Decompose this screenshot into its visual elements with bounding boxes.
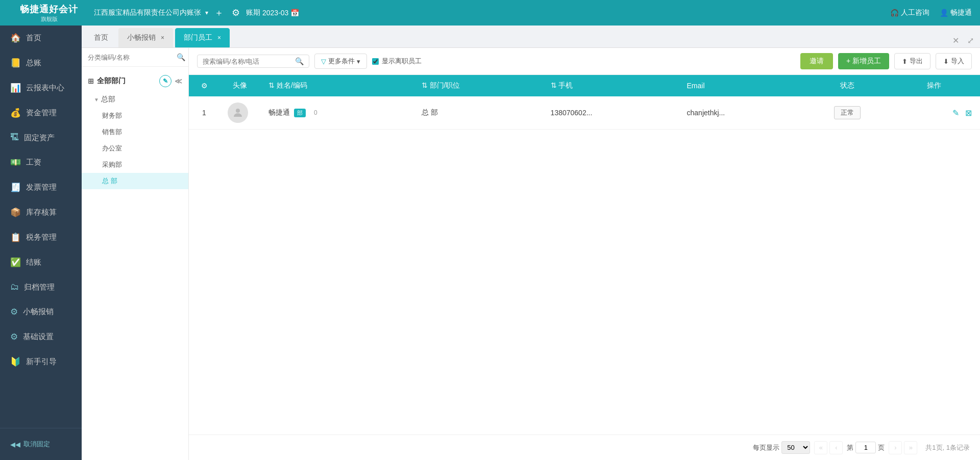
col-email: Email [679,75,806,96]
logout-button[interactable]: ⊠ [965,108,972,118]
prev-page-button[interactable]: ‹ [829,441,843,454]
sidebar-item-inventory[interactable]: 📦 库存核算 [0,200,82,225]
sidebar-item-home[interactable]: 🏠 首页 [0,25,82,50]
dept-general[interactable]: 总 部 [82,173,188,189]
employee-search-icon[interactable]: 🔍 [295,57,304,65]
add-button[interactable]: ＋ [214,7,224,19]
period-value[interactable]: 2023-03 [262,9,288,17]
show-resigned-label[interactable]: 显示离职员工 [382,57,422,66]
import-button[interactable]: ⬇ 导入 [936,53,972,69]
export-button[interactable]: ⬆ 导出 [894,53,930,69]
show-resigned-checkbox[interactable] [372,58,379,65]
svg-point-0 [236,109,240,113]
pagination: 每页显示 10 20 50 100 « ‹ 第 [189,435,980,460]
toolbar-right: 邀请 + 新增员工 ⬆ 导出 ⬇ 导入 [800,53,972,69]
filter-button[interactable]: ▽ 更多条件 ▾ [314,54,367,69]
logo-area: 畅捷通好会计 旗舰版 [8,3,90,23]
row-name-cell: 畅捷通 部 0 [260,96,413,130]
sidebar-item-guide[interactable]: 🔰 新手引导 [0,349,82,374]
dept-office[interactable]: 办公室 [82,140,188,157]
dept-finance[interactable]: 财务部 [82,108,188,124]
sidebar-label-closing: 结账 [26,258,41,267]
dept-hq[interactable]: ▼ 总部 [82,91,188,108]
pin-button[interactable]: ◀◀ 取消固定 [0,435,82,454]
sidebar-item-expenses[interactable]: ⚙ 小畅报销 [0,299,82,324]
table-row: 1 [189,96,980,130]
sidebar-item-ledger[interactable]: 📒 总账 [0,50,82,75]
calendar-icon[interactable]: 📅 [290,9,299,17]
edit-button[interactable]: ✎ [952,108,959,118]
tab-expenses[interactable]: 小畅报销 × [118,28,173,47]
col-settings[interactable]: ⚙ [189,75,219,96]
employee-search-input[interactable] [203,58,292,65]
dept-tree: ⊞ 全部部门 ✎ ≪ ▼ 总部 财务部 销 [82,67,188,460]
dept-root[interactable]: ⊞ 全部部门 ✎ ≪ [82,71,188,91]
show-resigned-area: 显示离职员工 [372,57,422,66]
sidebar-item-invoices[interactable]: 🧾 发票管理 [0,175,82,200]
add-employee-button[interactable]: + 新增员工 [838,53,889,69]
sidebar-item-settings[interactable]: ⚙ 基础设置 [0,324,82,349]
sidebar-bottom: ◀◀ 取消固定 [0,428,82,460]
first-page-button[interactable]: « [814,441,827,454]
dept-hq-label: 总部 [101,95,115,104]
tab-home[interactable]: 首页 [86,28,116,47]
table-container: ⚙ 头像 ⇅ 姓名/编码 ⇅ 部门/职位 ⇅ 手机 Email 状态 操作 [189,75,980,435]
sidebar-label-ledger: 总账 [26,58,41,68]
headset-icon: 🎧 [890,9,899,17]
dept-root-label: 全部部门 [97,76,126,86]
col-phone[interactable]: ⇅ 手机 [543,75,679,96]
dept-edit-icon[interactable]: ✎ [159,75,172,87]
import-icon: ⬇ [943,58,949,65]
search-box: 🔍 [197,55,309,68]
dept-search-input[interactable] [88,54,174,61]
period-label: 账期 [246,8,260,17]
col-dept[interactable]: ⇅ 部门/职位 [413,75,543,96]
table-header-row: ⚙ 头像 ⇅ 姓名/编码 ⇅ 部门/职位 ⇅ 手机 Email 状态 操作 [189,75,980,96]
sidebar-item-assets-mgmt[interactable]: 💰 资金管理 [0,100,82,125]
sidebar-item-closing[interactable]: ✅ 结账 [0,250,82,275]
support-btn[interactable]: 🎧 人工咨询 [890,8,929,17]
sidebar-label-settings: 基础设置 [23,332,54,342]
content-area: 首页 小畅报销 × 部门员工 × ✕ ⤢ 🔍 [82,25,980,460]
header-right: 🎧 人工咨询 👤 畅捷通 [890,8,972,17]
row-actions-cell: ✎ ⊠ [888,96,980,130]
dept-collapse-icon[interactable]: ≪ [175,77,182,85]
invite-button[interactable]: 邀请 [800,53,833,69]
tab-expand-icon[interactable]: ⤢ [965,34,976,47]
user-name: 畅捷通 [950,8,972,17]
sidebar-item-reports[interactable]: 📊 云报表中心 [0,75,82,100]
user-avatar-icon: 👤 [940,9,948,17]
dept-purchase[interactable]: 采购部 [82,157,188,173]
tab-employees[interactable]: 部门员工 × [175,28,230,47]
export-label: 导出 [910,57,923,66]
app-subtitle: 旗舰版 [41,15,58,23]
page-size-select[interactable]: 10 20 50 100 [781,441,810,454]
guide-icon: 🔰 [10,356,21,367]
dept-general-label: 总 部 [102,177,117,185]
dept-search-icon[interactable]: 🔍 [177,53,185,61]
company-selector[interactable]: 江西服宝精品有限责任公司内账张 ▾ [94,8,208,17]
tab-close-all-icon[interactable]: ✕ [950,34,961,47]
employee-table: ⚙ 头像 ⇅ 姓名/编码 ⇅ 部门/职位 ⇅ 手机 Email 状态 操作 [189,75,980,130]
tab-expenses-close[interactable]: × [161,34,164,41]
invoices-icon: 🧾 [10,182,21,193]
right-panel: 🔍 ▽ 更多条件 ▾ 显示离职员工 邀请 + 新增员工 [189,48,980,460]
page-input[interactable] [855,442,876,453]
period-area: 账期 2023-03 📅 [246,8,299,17]
row-name: 畅捷通 [268,108,290,117]
dept-sales[interactable]: 销售部 [82,124,188,140]
last-page-button[interactable]: » [904,441,917,454]
col-name[interactable]: ⇅ 姓名/编码 [260,75,413,96]
sidebar-item-payroll[interactable]: 💵 工资 [0,150,82,175]
company-dropdown-icon[interactable]: ▾ [205,9,208,16]
user-menu[interactable]: 👤 畅捷通 [940,8,972,17]
tab-employees-close[interactable]: × [217,34,221,41]
action-buttons: ✎ ⊠ [896,108,972,118]
row-status-cell: 正常 [806,96,888,130]
next-page-button[interactable]: › [889,441,902,454]
sidebar-item-tax[interactable]: 📋 税务管理 [0,225,82,250]
settings-icon[interactable]: ⚙ [232,7,240,18]
sidebar-item-archive[interactable]: 🗂 归档管理 [0,275,82,299]
total-info: 共1页, 1条记录 [925,443,970,452]
sidebar-item-fixed-assets[interactable]: 🏗 固定资产 [0,125,82,150]
